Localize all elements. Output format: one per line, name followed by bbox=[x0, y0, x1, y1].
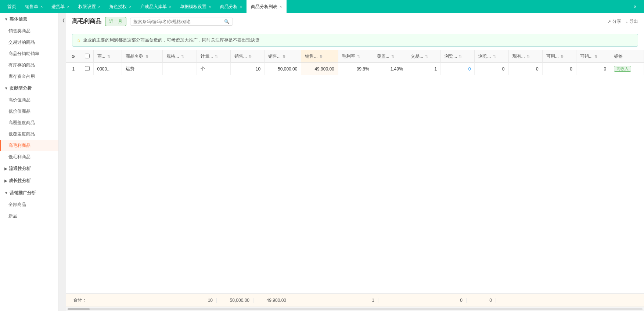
col-sales-qty[interactable]: 销售... ⇅ bbox=[230, 50, 264, 63]
product-table: ⚙ 商... ⇅ 商品名称 ⇅ bbox=[66, 50, 644, 75]
nav-product-analysis-list[interactable]: 商品分析列表 × bbox=[247, 0, 286, 13]
row-checkbox[interactable] bbox=[81, 63, 93, 75]
sidebar-item-distribution-rate[interactable]: 商品分销助销率 bbox=[0, 48, 58, 59]
sort-code-icon: ⇅ bbox=[107, 54, 110, 58]
footer-total: 合计： 10 50,000.00 49,900.00 1 0 0 bbox=[66, 293, 644, 307]
col-spec[interactable]: 规格... ⇅ bbox=[163, 50, 197, 63]
sort-stock-saleable-icon: ⇅ bbox=[594, 54, 597, 58]
header-actions: ↗ 分享 ↓ 导出 bbox=[607, 18, 638, 25]
scrollbar-thumb[interactable] bbox=[68, 308, 90, 310]
row-spec bbox=[163, 63, 197, 75]
sidebar-item-low-margin[interactable]: 低毛利商品 bbox=[0, 151, 58, 163]
nav-purchase-order[interactable]: 进货单 × bbox=[47, 0, 73, 13]
sidebar-group-marketing[interactable]: ▼ 营销推广分析 bbox=[0, 187, 58, 199]
main-layout: ▼ 整体信息 销售类商品 交易过的商品 商品分销助销率 有库存的商品 库存资金占… bbox=[0, 13, 644, 311]
sidebar-item-new-goods[interactable]: 新品 bbox=[0, 210, 58, 222]
col-browse1[interactable]: 浏览... ⇅ bbox=[441, 50, 475, 63]
sidebar-item-in-stock-goods[interactable]: 有库存的商品 bbox=[0, 59, 58, 71]
col-tag: 标签 bbox=[610, 50, 644, 63]
col-coverage[interactable]: 覆盖... ⇅ bbox=[373, 50, 407, 63]
col-name[interactable]: 商品名称 ⇅ bbox=[122, 50, 163, 63]
select-all-checkbox[interactable] bbox=[85, 54, 90, 58]
sidebar-item-high-margin[interactable]: 高毛利商品 bbox=[0, 140, 58, 151]
scrollbar-track bbox=[68, 308, 643, 310]
col-trade[interactable]: 交易... ⇅ bbox=[407, 50, 440, 63]
total-label: 合计： bbox=[70, 297, 187, 303]
export-button[interactable]: ↓ 导出 bbox=[626, 18, 638, 25]
row-gross-rate: 99.8% bbox=[338, 63, 373, 75]
sort-browse1-icon: ⇅ bbox=[459, 54, 462, 58]
sidebar-item-high-coverage[interactable]: 高覆盖度商品 bbox=[0, 117, 58, 129]
row-browse1[interactable]: 0 bbox=[441, 63, 475, 75]
sidebar-group-growth[interactable]: ▶ 成长性分析 bbox=[0, 175, 58, 187]
total-stock-available: 0 bbox=[467, 298, 496, 303]
sort-stock-available-icon: ⇅ bbox=[561, 54, 564, 58]
col-stock-saleable[interactable]: 可销... ⇅ bbox=[576, 50, 610, 63]
col-checkbox[interactable] bbox=[81, 50, 93, 63]
row-name: 运费 bbox=[122, 63, 163, 75]
close-all-button[interactable]: × bbox=[629, 4, 641, 10]
table-header-row: ⚙ 商... ⇅ 商品名称 ⇅ bbox=[66, 50, 644, 63]
group-marketing-arrow: ▼ bbox=[4, 191, 8, 195]
row-sales-amount: 50,000.00 bbox=[265, 63, 301, 75]
row-num: 1 bbox=[66, 63, 81, 75]
sidebar-item-traded-goods[interactable]: 交易过的商品 bbox=[0, 37, 58, 48]
page-title: 高毛利商品 bbox=[72, 18, 101, 25]
row-select-checkbox[interactable] bbox=[85, 66, 90, 71]
content-header: 高毛利商品 近一月 🔍 ↗ 分享 ↓ 导出 bbox=[66, 13, 644, 30]
close-permission-settings[interactable]: × bbox=[98, 4, 100, 9]
total-trade: 1 bbox=[349, 298, 378, 303]
table-row: 1 0000... 运费 bbox=[66, 63, 644, 75]
nav-home[interactable]: 首页 bbox=[3, 0, 21, 13]
nav-permission-settings[interactable]: 权限设置 × bbox=[74, 0, 105, 13]
sidebar-item-sales-goods[interactable]: 销售类商品 bbox=[0, 25, 58, 37]
sidebar-item-high-value[interactable]: 高价值商品 bbox=[0, 94, 58, 106]
sidebar-group-overall[interactable]: ▼ 整体信息 bbox=[0, 13, 58, 25]
sort-unit-icon: ⇅ bbox=[215, 54, 218, 58]
sort-browse2-icon: ⇅ bbox=[493, 54, 496, 58]
col-stock-available[interactable]: 可用... ⇅ bbox=[542, 50, 576, 63]
close-purchase-order[interactable]: × bbox=[67, 4, 69, 9]
info-icon: ☆ bbox=[77, 38, 81, 43]
sidebar-group-contribution[interactable]: ▼ 贡献型分析 bbox=[0, 82, 58, 94]
col-unit[interactable]: 计量... ⇅ bbox=[197, 50, 230, 63]
col-code[interactable]: 商... ⇅ bbox=[93, 50, 122, 63]
sidebar-item-stock-capital[interactable]: 库存资金占用 bbox=[0, 71, 58, 82]
close-sales-order[interactable]: × bbox=[40, 4, 43, 9]
sidebar-item-low-coverage[interactable]: 低覆盖度商品 bbox=[0, 129, 58, 140]
search-input[interactable] bbox=[133, 19, 224, 24]
close-product-analysis-list[interactable]: × bbox=[280, 4, 282, 9]
sidebar-collapse-button[interactable]: 《 bbox=[59, 13, 66, 311]
info-banner: ☆ 企业的主要的利润都是这部分商品创造的，可考虑加大推广，同时关注库存是不要出现… bbox=[72, 34, 638, 47]
col-sales-amount[interactable]: 销售... ⇅ bbox=[265, 50, 301, 63]
collapse-icon: 《 bbox=[60, 18, 65, 24]
close-template-settings[interactable]: × bbox=[209, 4, 211, 9]
nav-role-auth[interactable]: 角色授权 × bbox=[105, 0, 136, 13]
filter-recent-month-button[interactable]: 近一月 bbox=[105, 17, 126, 26]
search-icon[interactable]: 🔍 bbox=[224, 19, 230, 24]
close-product-inbound[interactable]: × bbox=[169, 4, 171, 9]
nav-sales-order[interactable]: 销售单 × bbox=[21, 0, 47, 13]
sidebar-group-liquidity[interactable]: ▶ 流通性分析 bbox=[0, 163, 58, 175]
col-settings[interactable]: ⚙ bbox=[66, 50, 81, 63]
sidebar: ▼ 整体信息 销售类商品 交易过的商品 商品分销助销率 有库存的商品 库存资金占… bbox=[0, 13, 59, 311]
col-stock-current[interactable]: 现有... ⇅ bbox=[508, 50, 542, 63]
nav-product-analysis[interactable]: 商品分析 × bbox=[216, 0, 247, 13]
sidebar-item-all-goods[interactable]: 全部商品 bbox=[0, 199, 58, 210]
nav-product-inbound[interactable]: 产成品入库单 × bbox=[136, 0, 176, 13]
row-unit: 个 bbox=[197, 63, 230, 75]
nav-template-settings[interactable]: 单据模板设置 × bbox=[176, 0, 215, 13]
row-stock-available: 0 bbox=[542, 63, 576, 75]
close-role-auth[interactable]: × bbox=[129, 4, 131, 9]
search-box: 🔍 bbox=[130, 18, 233, 26]
row-stock-saleable: 0 bbox=[576, 63, 610, 75]
export-icon: ↓ bbox=[626, 19, 628, 24]
close-product-analysis[interactable]: × bbox=[240, 4, 242, 9]
col-browse2[interactable]: 浏览... ⇅ bbox=[475, 50, 508, 63]
sidebar-item-low-value[interactable]: 低价值商品 bbox=[0, 106, 58, 117]
col-sales-cost[interactable]: 销售... ⇅ bbox=[301, 50, 338, 63]
col-gross-rate[interactable]: 毛利率 ⇅ bbox=[338, 50, 373, 63]
horizontal-scrollbar[interactable] bbox=[66, 307, 644, 311]
sort-name-icon: ⇅ bbox=[145, 54, 148, 58]
share-button[interactable]: ↗ 分享 bbox=[607, 18, 621, 25]
